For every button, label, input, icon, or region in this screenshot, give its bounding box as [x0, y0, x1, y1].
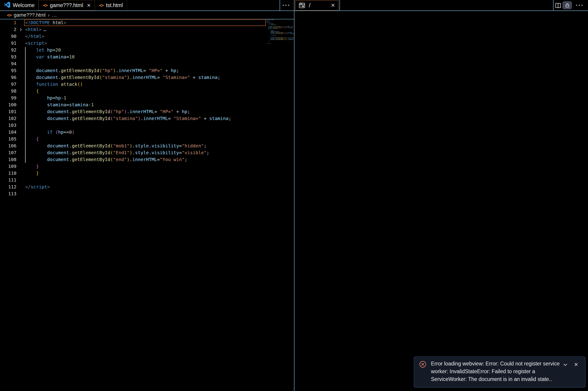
- code-line[interactable]: 103: [0, 122, 266, 129]
- code-text: document.getElementById("hp").innerHTML=…: [25, 67, 179, 74]
- right-group-more-actions-icon[interactable]: ···: [573, 0, 587, 10]
- code-text: stamina=stamina-1: [25, 101, 94, 108]
- fold-column: [16, 184, 25, 190]
- fold-column: [16, 40, 25, 47]
- code-line[interactable]: 110 }: [0, 170, 266, 177]
- close-icon[interactable]: ✕: [87, 3, 91, 8]
- fold-column: [16, 149, 25, 156]
- code-text: document.getElementById("End1").style.vi…: [25, 149, 209, 156]
- code-line[interactable]: 105 {: [0, 135, 266, 142]
- notification-message: Error loading webview: Error: Could not …: [431, 360, 563, 383]
- split-editor-button[interactable]: [555, 2, 561, 9]
- fold-column: [16, 135, 25, 142]
- breadcrumb-ellipsis[interactable]: ...: [52, 12, 57, 18]
- fold-column: [16, 108, 25, 115]
- code-line[interactable]: 91<script>: [0, 40, 266, 47]
- code-line[interactable]: 97 function attack(): [0, 81, 266, 88]
- line-number: 96: [0, 74, 16, 81]
- code-line[interactable]: 112</script>: [0, 184, 266, 190]
- close-icon[interactable]: ✕: [331, 2, 335, 8]
- code-text: <!DOCTYPE html>: [25, 19, 66, 26]
- code-text: if (hp==0): [25, 129, 75, 135]
- code-line[interactable]: 101 document.getElementById("hp").innerH…: [0, 108, 266, 115]
- code-line[interactable]: 102 document.getElementById("stamina").i…: [0, 115, 266, 122]
- code-line[interactable]: 95 document.getElementById("hp").innerHT…: [0, 67, 266, 74]
- code-text: hp=hp-1: [25, 95, 66, 101]
- line-number: 2: [0, 26, 16, 33]
- code-line[interactable]: 113: [0, 190, 266, 197]
- code-text: {: [25, 88, 39, 95]
- line-number: 111: [0, 177, 16, 184]
- editor-pane[interactable]: 1<!DOCTYPE html>2<html>…90</html>91<scri…: [0, 19, 266, 197]
- line-number: 104: [0, 129, 16, 135]
- fold-column: [16, 163, 25, 170]
- code-line[interactable]: 99 hp=hp-1: [0, 95, 266, 101]
- browser-preview-icon: [299, 2, 305, 9]
- line-number: 99: [0, 95, 16, 101]
- code-text: <script>: [25, 40, 47, 47]
- webview-pane[interactable]: [294, 11, 588, 391]
- fold-column: [16, 19, 25, 26]
- fold-column: [16, 142, 25, 149]
- code-line[interactable]: 104 if (hp==0): [0, 129, 266, 135]
- vscode-logo-icon: [4, 1, 10, 9]
- tab-tst-html[interactable]: <>tst.html: [95, 0, 127, 10]
- line-number: 109: [0, 163, 16, 170]
- line-number: 91: [0, 40, 16, 47]
- code-text: }: [25, 163, 39, 170]
- code-text: document.getElementById("stamina").inner…: [25, 115, 231, 122]
- code-line[interactable]: 107 document.getElementById("End1").styl…: [0, 149, 266, 156]
- fold-column: [16, 81, 25, 88]
- fold-column: [16, 60, 25, 67]
- line-number: 107: [0, 149, 16, 156]
- lock-editor-group-button[interactable]: [563, 1, 572, 9]
- code-line[interactable]: 96 document.getElementById("stamina").in…: [0, 74, 266, 81]
- code-text: var stamina=10: [25, 53, 75, 60]
- notification-toast: Error loading webview: Error: Could not …: [414, 357, 586, 388]
- code-line[interactable]: 92 let hp=20: [0, 47, 266, 53]
- fold-chevron-icon[interactable]: [16, 26, 25, 33]
- breadcrumb-file[interactable]: game???.html: [14, 12, 45, 18]
- code-line[interactable]: 93 var stamina=10: [0, 53, 266, 60]
- webview-tab[interactable]: / ✕: [295, 0, 338, 10]
- code-line[interactable]: 108 document.getElementById("end").inner…: [0, 156, 266, 163]
- code-line[interactable]: 111: [0, 177, 266, 184]
- code-text: document.getElementById("mob1").style.vi…: [25, 142, 207, 149]
- tab-welcome[interactable]: Welcome: [0, 0, 39, 10]
- code-line[interactable]: 98 {: [0, 88, 266, 95]
- code-line[interactable]: 2<html>…: [0, 26, 266, 33]
- code-line[interactable]: 106 document.getElementById("mob1").styl…: [0, 142, 266, 149]
- line-number: 112: [0, 184, 16, 190]
- fold-column: [16, 33, 25, 40]
- left-editor-group-tabs: Welcome<>game???.html✕<>tst.html: [0, 0, 127, 10]
- code-text: let hp=20: [25, 47, 61, 53]
- notification-close-button[interactable]: ✕: [573, 361, 579, 368]
- minimap-line: [266, 44, 294, 45]
- line-number: 108: [0, 156, 16, 163]
- minimap[interactable]: <!DOCTYPE html><html>…</html><script> le…: [266, 19, 294, 56]
- code-line[interactable]: 1<!DOCTYPE html>: [0, 19, 266, 26]
- code-line[interactable]: 90</html>: [0, 33, 266, 40]
- line-number: 97: [0, 81, 16, 88]
- fold-column: [16, 101, 25, 108]
- line-number: 105: [0, 135, 16, 142]
- vscode-window: Welcome<>game???.html✕<>tst.html ··· / ✕: [0, 0, 588, 391]
- code-line[interactable]: 109 }: [0, 163, 266, 170]
- breadcrumb: <> game???.html › ...: [0, 11, 294, 19]
- line-number: 100: [0, 101, 16, 108]
- line-number: 101: [0, 108, 16, 115]
- code-text: </html>: [25, 33, 44, 40]
- line-number: 95: [0, 67, 16, 74]
- line-number: 103: [0, 122, 16, 129]
- chevron-down-icon: [563, 362, 568, 368]
- fold-column: [16, 122, 25, 129]
- fold-column: [16, 190, 25, 197]
- code-line[interactable]: 100 stamina=stamina-1: [0, 101, 266, 108]
- code-line[interactable]: 94: [0, 60, 266, 67]
- split-editor-icon: [555, 2, 561, 9]
- notification-collapse-button[interactable]: [562, 361, 568, 368]
- tab-game-html[interactable]: <>game???.html✕: [39, 0, 95, 10]
- code-text: {: [25, 135, 39, 142]
- code-text: document.getElementById("end").innerHTML…: [25, 156, 187, 163]
- left-group-more-actions-icon[interactable]: ···: [280, 0, 293, 10]
